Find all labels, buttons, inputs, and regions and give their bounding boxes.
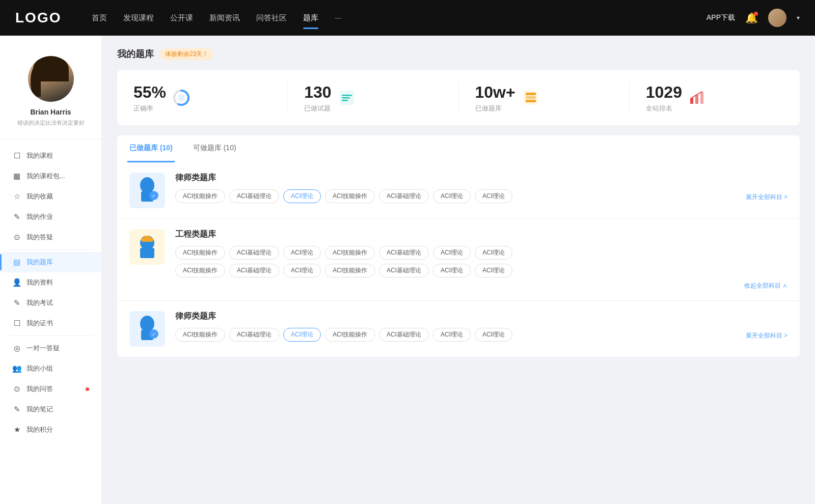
tag-active[interactable]: ACI理论	[283, 189, 321, 203]
svg-point-14	[140, 177, 154, 193]
stat-done-qbanks-text: 10w+ 已做题库	[475, 82, 515, 113]
sidebar-item-homework[interactable]: ✎ 我的作业	[0, 207, 101, 227]
tag[interactable]: ACI技能操作	[175, 189, 225, 203]
logo[interactable]: LOGO	[15, 10, 61, 26]
svg-rect-5	[342, 97, 350, 99]
svg-text:✓: ✓	[152, 331, 156, 337]
nav-news[interactable]: 新闻资讯	[209, 11, 240, 25]
tag[interactable]: ACI技能操作	[325, 328, 375, 342]
tag[interactable]: ACI基础理论	[229, 189, 279, 203]
points-icon: ★	[12, 425, 21, 434]
sidebar-item-course-package[interactable]: ▦ 我的课程包...	[0, 166, 101, 186]
trial-badge: 体验剩余23天！	[160, 48, 213, 60]
tag[interactable]: ACI理论	[433, 189, 471, 203]
collapse-link-2[interactable]: 收起全部科目 ∧	[175, 282, 787, 290]
tag[interactable]: ACI理论	[475, 246, 512, 260]
qbank-header-1: ✓ 律师类题库 ACI技能操作 ACI基础理论 ACI理论 ACI技能操作	[129, 173, 787, 208]
sidebar-item-qbank[interactable]: ▤ 我的题库	[0, 252, 101, 272]
tag[interactable]: ACI理论	[433, 328, 471, 342]
tabs-and-content: 已做题库 (10) 可做题库 (10) ✓	[117, 135, 800, 357]
expand-link-3[interactable]: 展开全部科目 >	[746, 329, 787, 340]
tag[interactable]: ACI技能操作	[325, 264, 375, 277]
sidebar: Brian Harris 错误的决定比没有决定要好 ☐ 我的课程 ▦ 我的课程包…	[0, 36, 102, 504]
tag[interactable]: ACI技能操作	[175, 246, 225, 260]
tag-active[interactable]: ACI理论	[283, 328, 321, 342]
nav-qa[interactable]: 问答社区	[256, 11, 287, 25]
tag[interactable]: ACI技能操作	[325, 189, 375, 203]
sidebar-item-one-on-one[interactable]: ◎ 一对一答疑	[0, 338, 101, 358]
nav-home[interactable]: 首页	[92, 11, 107, 25]
course-icon: ☐	[12, 151, 21, 160]
tag[interactable]: ACI理论	[433, 246, 471, 260]
app-download-button[interactable]: APP下载	[707, 13, 735, 22]
done-questions-icon	[338, 89, 356, 107]
sidebar-item-notes[interactable]: ✎ 我的笔记	[0, 399, 101, 419]
qbank-card-engineer: 工程类题库 ACI技能操作 ACI基础理论 ACI理论 ACI技能操作 ACI基…	[117, 218, 800, 300]
tab-available-qbank[interactable]: 可做题库 (10)	[191, 135, 238, 162]
tag[interactable]: ACI理论	[475, 189, 512, 203]
nav-qbank[interactable]: 题库	[303, 11, 318, 25]
qbank-body-2: 工程类题库 ACI技能操作 ACI基础理论 ACI理论 ACI技能操作 ACI基…	[175, 229, 787, 290]
tag[interactable]: ACI理论	[475, 264, 512, 277]
nav-more[interactable]: ···	[335, 11, 341, 25]
sidebar-item-myqa[interactable]: ⊙ 我的问答	[0, 379, 101, 399]
homework-icon: ✎	[12, 212, 21, 221]
sidebar-item-certificate[interactable]: ☐ 我的证书	[0, 313, 101, 333]
stat-done-qbanks-label: 已做题库	[475, 104, 515, 113]
user-avatar-nav[interactable]	[768, 9, 786, 27]
cert-icon: ☐	[12, 319, 21, 328]
tag[interactable]: ACI理论	[283, 264, 321, 277]
chevron-down-icon[interactable]: ▾	[797, 14, 800, 21]
sidebar-item-label: 我的积分	[26, 425, 89, 434]
sidebar-item-label: 我的收藏	[26, 192, 89, 201]
tag[interactable]: ACI理论	[433, 264, 471, 277]
tags-row-3: ACI技能操作 ACI基础理论 ACI理论 ACI技能操作 ACI基础理论 AC…	[175, 328, 512, 342]
tag[interactable]: ACI基础理论	[229, 328, 279, 342]
nav-discover[interactable]: 发现课程	[123, 11, 154, 25]
main-layout: Brian Harris 错误的决定比没有决定要好 ☐ 我的课程 ▦ 我的课程包…	[0, 36, 815, 504]
sidebar-item-profile[interactable]: 👤 我的资料	[0, 272, 101, 293]
tag[interactable]: ACI技能操作	[325, 246, 375, 260]
sidebar-item-qa[interactable]: ⊙ 我的答疑	[0, 227, 101, 247]
nav-open-course[interactable]: 公开课	[170, 11, 193, 25]
notification-bell[interactable]: 🔔	[745, 12, 758, 24]
user-motto: 错误的决定比没有决定要好	[17, 119, 85, 127]
stat-site-rank-label: 全站排名	[646, 104, 682, 113]
qa-notification-dot	[86, 387, 89, 391]
stat-done-qbanks: 10w+ 已做题库	[459, 82, 630, 113]
svg-point-2	[178, 94, 185, 101]
expand-link-1[interactable]: 展开全部科目 >	[746, 191, 787, 202]
page-header: 我的题库 体验剩余23天！	[117, 48, 800, 60]
stat-accuracy-label: 正确率	[133, 104, 166, 113]
qbank-body-1: 律师类题库 ACI技能操作 ACI基础理论 ACI理论 ACI技能操作 ACI基…	[175, 173, 787, 203]
notification-dot	[754, 12, 758, 16]
tag[interactable]: ACI技能操作	[175, 328, 225, 342]
profile-section: Brian Harris 错误的决定比没有决定要好	[0, 46, 101, 139]
content-area: 我的题库 体验剩余23天！ 55% 正确率	[102, 36, 815, 504]
tag[interactable]: ACI基础理论	[379, 264, 429, 277]
tab-done-qbank[interactable]: 已做题库 (10)	[127, 135, 175, 162]
svg-rect-10	[526, 100, 536, 102]
tag[interactable]: ACI理论	[283, 246, 321, 260]
sidebar-item-label: 我的资料	[26, 278, 89, 287]
tag[interactable]: ACI基础理论	[379, 328, 429, 342]
sidebar-item-points[interactable]: ★ 我的积分	[0, 419, 101, 440]
tags-row-2a: ACI技能操作 ACI基础理论 ACI理论 ACI技能操作 ACI基础理论 AC…	[175, 246, 787, 260]
tag[interactable]: ACI理论	[475, 328, 512, 342]
sidebar-item-favorites[interactable]: ☆ 我的收藏	[0, 186, 101, 207]
tag[interactable]: ACI基础理论	[379, 246, 429, 260]
sidebar-item-label: 我的题库	[26, 258, 89, 267]
sidebar-item-label: 我的笔记	[26, 405, 89, 414]
site-rank-icon	[688, 89, 707, 107]
star-icon: ☆	[12, 192, 21, 201]
sidebar-item-exam[interactable]: ✎ 我的考试	[0, 293, 101, 313]
tag[interactable]: ACI技能操作	[175, 264, 225, 277]
qa-icon: ⊙	[12, 233, 21, 242]
tag[interactable]: ACI基础理论	[379, 189, 429, 203]
sidebar-item-group[interactable]: 👥 我的小组	[0, 358, 101, 379]
qbank-body-3: 律师类题库 ACI技能操作 ACI基础理论 ACI理论 ACI技能操作 ACI基…	[175, 311, 787, 342]
stat-done-questions-value: 130	[304, 82, 331, 102]
sidebar-item-course[interactable]: ☐ 我的课程	[0, 146, 101, 166]
tag[interactable]: ACI基础理论	[229, 264, 279, 277]
tag[interactable]: ACI基础理论	[229, 246, 279, 260]
